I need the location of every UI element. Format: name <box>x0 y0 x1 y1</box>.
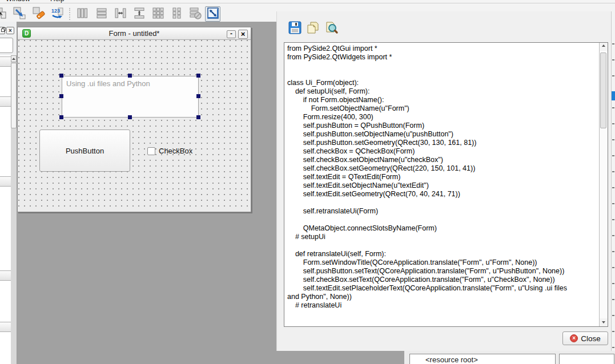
code-line <box>287 216 598 224</box>
edit-tab-order-button[interactable]: 123 <box>49 6 65 22</box>
edit-tab-order-icon: 123 <box>50 6 64 22</box>
form-editor-window: D Form - untitled* - × Using .ui files a… <box>17 27 251 212</box>
selection-handle-top-left[interactable] <box>59 74 63 78</box>
break-layout-icon <box>188 6 202 22</box>
layout-vertically-button[interactable] <box>94 6 109 22</box>
selection-handle-top-mid[interactable] <box>128 74 132 78</box>
dock-close-button[interactable]: × <box>6 27 14 34</box>
code-line: self.textEdit.setGeometry(QRect(70, 40, … <box>287 190 598 199</box>
svg-text:123: 123 <box>51 8 60 14</box>
code-line: Form.setObjectName(u"Form") <box>287 104 598 113</box>
code-line: self.textEdit.setObjectName(u"textEdit") <box>287 181 598 190</box>
resource-detail-panel[interactable] <box>559 354 614 364</box>
find-icon <box>325 27 339 37</box>
edit-buddies-button[interactable] <box>31 6 46 22</box>
form-titlebar[interactable]: D Form - untitled* - × <box>18 27 251 40</box>
layout-horizontally-icon <box>75 6 89 22</box>
widget-box-scrollbar[interactable] <box>11 55 17 364</box>
code-line: def retranslateUi(self, Form): <box>287 250 598 258</box>
break-layout-button[interactable] <box>187 6 203 22</box>
view-code-dialog: from PySide2.QtGui import *from PySide2.… <box>276 11 611 351</box>
code-line: self.checkBox.setText(QCoreApplication.t… <box>287 276 598 284</box>
edit-widgets-button[interactable] <box>0 6 7 22</box>
checkbox-indicator[interactable] <box>147 147 155 155</box>
layout-vertical-splitter-icon <box>132 6 146 22</box>
tree-row-ticks <box>612 29 614 348</box>
selection-handle-bottom-right[interactable] <box>196 115 200 119</box>
layout-horizontally-button[interactable] <box>74 6 90 22</box>
layout-form-button[interactable] <box>169 6 184 22</box>
layout-vertically-icon <box>95 6 108 22</box>
code-line: self.pushButton.setObjectName(u"pushButt… <box>287 130 598 139</box>
form-close-button[interactable]: × <box>238 30 248 39</box>
code-line: # setupUi <box>287 233 598 241</box>
copy-button[interactable] <box>306 21 320 35</box>
code-vertical-scrollbar[interactable] <box>599 43 608 326</box>
selection-handle-bottom-mid[interactable] <box>128 115 132 119</box>
selection-handle-mid-right[interactable] <box>196 94 200 98</box>
code-line: from PySide2.QtGui import * <box>287 45 598 53</box>
layout-grid-button[interactable] <box>150 6 166 22</box>
textedit-widget[interactable]: Using .ui files and Python <box>62 76 199 118</box>
code-line: self.pushButton.setGeometry(QRect(30, 13… <box>287 139 598 147</box>
code-line: def setupUi(self, Form): <box>287 87 598 96</box>
scroll-down-arrow-icon[interactable] <box>600 318 608 326</box>
code-line: QMetaObject.connectSlotsByName(Form) <box>287 224 598 233</box>
code-line: self.checkBox = QCheckBox(Form) <box>287 147 598 156</box>
checkbox-label: CheckBox <box>159 147 192 155</box>
code-line: self.textEdit.setPlaceholderText(QCoreAp… <box>287 284 598 293</box>
code-line <box>287 62 598 70</box>
code-text: from PySide2.QtGui import *from PySide2.… <box>287 45 598 310</box>
menu-window[interactable]: Window <box>6 0 30 3</box>
layout-vertical-splitter-button[interactable] <box>131 6 147 22</box>
save-button[interactable] <box>288 21 302 35</box>
selection-handle-mid-left[interactable] <box>59 94 63 98</box>
right-dock-sliver <box>611 11 615 364</box>
selection-handle-bottom-left[interactable] <box>59 115 63 119</box>
layout-horizontal-splitter-icon <box>114 6 127 22</box>
adjust-size-button[interactable] <box>205 6 220 22</box>
scroll-up-arrow-icon[interactable] <box>11 55 17 62</box>
code-line <box>287 241 598 250</box>
save-icon <box>288 27 302 37</box>
form-window-title: Form - untitled* <box>18 29 251 38</box>
checkbox-widget[interactable]: CheckBox <box>147 147 192 155</box>
dock-float-button[interactable] <box>0 27 5 34</box>
scroll-up-arrow-icon[interactable] <box>600 43 608 51</box>
widget-box-dock: × <box>0 22 17 364</box>
widget-box-list[interactable] <box>0 55 11 364</box>
close-x-icon: × <box>570 334 578 342</box>
widget-box-scrollbar-thumb[interactable] <box>11 63 17 128</box>
find-button[interactable] <box>325 21 339 35</box>
code-line: Form.setWindowTitle(QCoreApplication.tra… <box>287 258 598 267</box>
code-line: # retranslateUi <box>287 301 598 310</box>
edit-buddies-icon <box>32 6 46 22</box>
selection-handle-top-right[interactable] <box>196 74 200 78</box>
close-button[interactable]: × Close <box>562 331 608 345</box>
copy-icon <box>306 27 320 37</box>
layout-horizontal-splitter-button[interactable] <box>112 6 128 22</box>
edit-widgets-icon <box>0 6 7 22</box>
menu-help[interactable]: Help <box>50 0 65 3</box>
resource-root-item[interactable]: <resource root> <box>425 355 478 364</box>
resource-browser-dock: <resource root> <box>404 351 615 364</box>
layout-form-icon <box>170 6 184 22</box>
resource-tree-panel[interactable]: <resource root> <box>409 354 556 364</box>
form-canvas-grid[interactable]: Using .ui files and Python PushButton Ch… <box>18 40 250 211</box>
pushbutton-widget[interactable]: PushButton <box>39 130 130 172</box>
code-scrollbar-thumb[interactable] <box>600 52 606 128</box>
layout-grid-icon <box>151 6 165 22</box>
code-viewer[interactable]: from PySide2.QtGui import *from PySide2.… <box>284 42 608 327</box>
code-line: from PySide2.QtWidgets import * <box>287 53 598 62</box>
code-line: self.pushButton = QPushButton(Form) <box>287 122 598 130</box>
code-line <box>287 199 598 207</box>
code-line: self.pushButton.setText(QCoreApplication… <box>287 267 598 276</box>
form-minimize-button[interactable]: - <box>227 30 236 38</box>
code-line: self.checkBox.setObjectName(u"checkBox") <box>287 156 598 164</box>
code-line <box>287 70 598 79</box>
code-line: if not Form.objectName(): <box>287 96 598 104</box>
edit-signals-slots-button[interactable] <box>11 6 27 22</box>
code-line: Form.resize(400, 300) <box>287 113 598 122</box>
code-line: self.textEdit = QTextEdit(Form) <box>287 173 598 181</box>
widget-filter-input[interactable] <box>0 38 13 53</box>
